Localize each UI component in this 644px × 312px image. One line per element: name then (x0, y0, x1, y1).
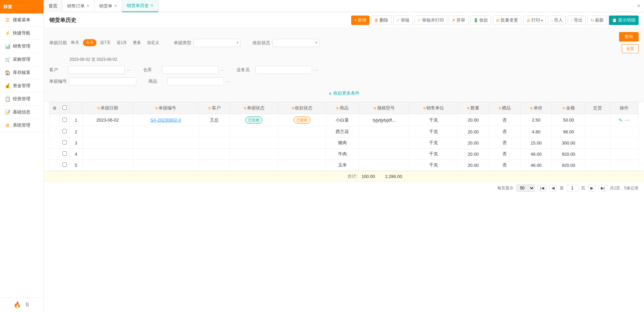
row-checkbox[interactable] (62, 140, 67, 145)
date-buttons: 昨天 今天 近7天 近1月 更多 自定义 (69, 39, 162, 47)
payment-status-select[interactable] (272, 39, 319, 47)
sidebar-item-quick-nav[interactable]: ⚡ 快捷导航 (0, 27, 44, 40)
sidebar-item-ops[interactable]: 📋 经营管理 (0, 93, 44, 106)
customer-dots[interactable]: ··· (127, 67, 131, 73)
main-content: 首页 销售订单 ✕ 销货单 ✕ 销货单历史 ✕ ✕ 销货单历史 + 新增 (44, 0, 644, 312)
cell-checkbox[interactable] (60, 137, 70, 149)
col-docdate[interactable]: 单据日期 (82, 102, 133, 114)
tab-sales-delivery-close[interactable]: ✕ (114, 4, 117, 8)
sidebar-item-inventory[interactable]: 🏠 库存核算 (0, 66, 44, 79)
row-checkbox[interactable] (62, 118, 67, 122)
payment-status-badge: 已收款 (293, 116, 311, 124)
cell-docdate (82, 160, 133, 171)
cell-checkbox[interactable] (60, 160, 70, 171)
refresh-button[interactable]: ↻ 刷新 (588, 16, 607, 25)
goods-input[interactable] (167, 77, 224, 85)
export-button[interactable]: ↑ 导出 (568, 16, 586, 25)
prev-page-button[interactable]: ◀ (549, 185, 557, 191)
cell-goods: 牛肉 (326, 149, 359, 160)
sidebar-item-basic-info[interactable]: 📝 基础信息 (0, 106, 44, 119)
show-detail-button[interactable]: 📋 显示明细 (609, 16, 639, 25)
import-button[interactable]: ↓ 导入 (548, 16, 566, 25)
date-btn-today[interactable]: 今天 (83, 39, 96, 46)
tab-sales-history-close[interactable]: ✕ (150, 3, 153, 8)
tab-sales-order[interactable]: 销售订单 ✕ (62, 0, 94, 12)
row-checkbox[interactable] (62, 129, 67, 133)
receipt-button[interactable]: 💲 收款 (470, 16, 491, 25)
doc-no-link[interactable]: SA-20230602-0 (150, 118, 181, 123)
batch-change-button[interactable]: ⇄ 批量变更 (493, 16, 521, 25)
new-button[interactable]: + 新增 (351, 16, 369, 25)
quick-nav-icon: ⚡ (5, 30, 10, 36)
customer-input[interactable] (68, 66, 125, 74)
date-btn-yesterday[interactable]: 昨天 (69, 39, 82, 47)
select-all-checkbox[interactable] (62, 105, 67, 110)
delete-icon: 🗑 (374, 18, 379, 23)
sidebar-item-sales-mgmt[interactable]: 📊 销售管理 (0, 40, 44, 53)
col-gear[interactable]: ⚙ (50, 102, 60, 114)
sidebar-fire-icon[interactable]: 🔥 (13, 301, 21, 309)
docno-input[interactable] (69, 77, 136, 85)
page-number-input[interactable] (566, 185, 579, 191)
settings-button[interactable]: 设置 (622, 44, 639, 53)
last-page-button[interactable]: ▶| (598, 185, 607, 191)
tab-sales-history[interactable]: 销货单历史 ✕ (122, 0, 159, 12)
row-checkbox[interactable] (62, 162, 67, 167)
staff-dots[interactable]: ··· (314, 67, 318, 73)
row-checkbox[interactable] (62, 151, 67, 156)
sidebar-item-sys-mgmt[interactable]: ⚙ 系统管理 (0, 119, 44, 132)
sidebar-item-search-menu[interactable]: ☰ 搜索菜单 (0, 14, 44, 27)
col-qty[interactable]: 数量 (457, 102, 489, 114)
cell-checkbox[interactable] (60, 149, 70, 160)
sidebar-item-finance[interactable]: 💰 资金管理 (0, 79, 44, 93)
cell-docstatus: 已生效 (230, 114, 278, 126)
discard-button[interactable]: ✗ 弃审 (449, 16, 468, 25)
edit-icon[interactable]: ✎ (619, 118, 623, 123)
page-label-suffix: 页 (581, 185, 585, 191)
goods-dots[interactable]: ··· (226, 79, 230, 84)
tab-sales-order-close[interactable]: ✕ (86, 4, 89, 8)
next-page-button[interactable]: ▶ (588, 185, 596, 191)
col-docno[interactable]: 单据编号 (133, 102, 198, 114)
col-customer[interactable]: 客户 (199, 102, 230, 114)
col-unitprice[interactable]: 单价 (521, 102, 552, 114)
date-btn-7days[interactable]: 近7天 (98, 39, 113, 47)
collapse-button[interactable]: ∧ 收起更多条件 (329, 90, 360, 96)
staff-input[interactable] (255, 66, 312, 74)
col-checkbox[interactable] (60, 102, 70, 114)
col-gift[interactable]: 赠品 (489, 102, 520, 114)
query-button[interactable]: 查询 (619, 32, 639, 42)
audit-icon: ✓ (396, 18, 400, 23)
cell-checkbox[interactable] (60, 114, 70, 126)
date-btn-custom[interactable]: 自定义 (145, 39, 162, 47)
page-size-select[interactable]: 50 100 200 (516, 184, 535, 192)
col-unit[interactable]: 销售单位 (410, 102, 457, 114)
tab-bar-close-all[interactable]: ✕ (634, 3, 644, 8)
col-paymentstatus[interactable]: 收款状态 (278, 102, 326, 114)
more-action-icon[interactable]: ⋯ (625, 118, 629, 123)
cell-docstatus (230, 149, 278, 160)
audit-button[interactable]: ✓ 审核 (393, 16, 413, 25)
print-button[interactable]: 🖨 打印 ▾ (523, 16, 546, 25)
doctype-select[interactable] (193, 39, 241, 47)
cell-gift: 否 (489, 149, 520, 160)
sidebar-item-purchase-mgmt[interactable]: 🛒 采购管理 (0, 53, 44, 66)
first-page-button[interactable]: |◀ (537, 185, 546, 191)
col-goods[interactable]: 商品 (326, 102, 359, 114)
warehouse-input[interactable] (162, 66, 219, 74)
warehouse-dots[interactable]: ··· (221, 67, 225, 73)
date-btn-1month[interactable]: 近1月 (114, 39, 130, 47)
date-btn-more[interactable]: 更多 (131, 39, 143, 47)
col-docstatus[interactable]: 单据状态 (230, 102, 278, 114)
footer-label: 合计: (347, 173, 358, 179)
cell-unit: 千克 (410, 114, 457, 126)
tab-sales-delivery[interactable]: 销货单 ✕ (94, 0, 122, 12)
delete-button[interactable]: 🗑 删除 (371, 16, 391, 25)
col-spec[interactable]: 规格型号 (359, 102, 410, 114)
cell-checkbox[interactable] (60, 126, 70, 137)
sidebar-pause-icon[interactable]: ⏸ (24, 301, 30, 309)
cell-docno[interactable]: SA-20230602-0 (133, 114, 198, 126)
tab-home[interactable]: 首页 (44, 0, 62, 12)
audit-print-button[interactable]: ✓ 审核并打印 (415, 16, 447, 25)
col-amount[interactable]: 金额 (552, 102, 585, 114)
